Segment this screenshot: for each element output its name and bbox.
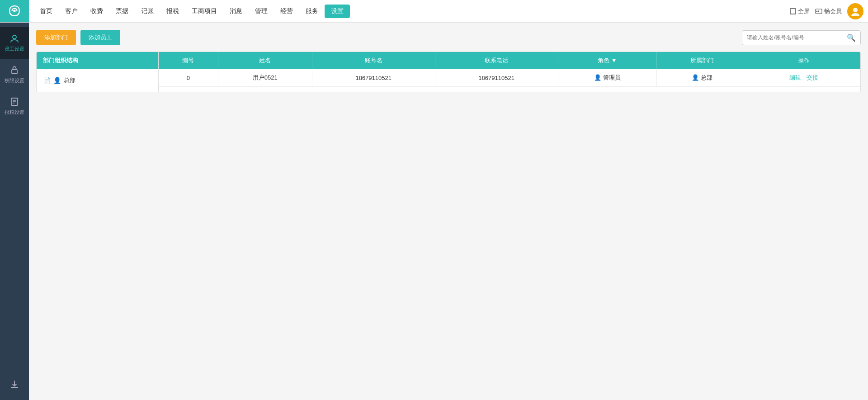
- nav-item-消息[interactable]: 消息: [223, 5, 249, 18]
- nav-item-管理[interactable]: 管理: [249, 5, 274, 18]
- dept-tree-header: 部门组织结构: [37, 52, 158, 69]
- download-icon: [9, 379, 19, 389]
- search-box: 🔍: [742, 30, 861, 45]
- dept-tree: 部门组织结构 📄 👤 总部: [37, 52, 159, 92]
- nav-item-报税[interactable]: 报税: [160, 5, 185, 18]
- table-row: 0用户05211867911052118679110521👤管理员👤总部编辑 交…: [159, 69, 860, 87]
- top-nav-right: 全屏 畅会员: [790, 3, 863, 19]
- sidebar-item-employee[interactable]: 员工设置: [0, 27, 29, 59]
- action-编辑[interactable]: 编辑: [789, 74, 801, 81]
- dept-tree-item[interactable]: 📄 👤 总部: [43, 74, 152, 87]
- logo: [0, 0, 29, 23]
- dept-user-icon: 👤: [53, 77, 61, 84]
- dept-tree-body: 📄 👤 总部: [37, 69, 158, 92]
- col-dept: 所属部门: [657, 52, 747, 69]
- nav-item-客户[interactable]: 客户: [59, 5, 84, 18]
- nav-item-设置[interactable]: 设置: [325, 5, 350, 18]
- svg-rect-7: [12, 70, 17, 74]
- toolbar: 添加部门 添加员工 🔍: [36, 30, 861, 45]
- col-id: 编号: [159, 52, 218, 69]
- dept-name: 总部: [64, 76, 75, 85]
- dept-user-icon: 👤: [692, 74, 699, 81]
- top-navigation: 首页客户收费票据记账报税工商项目消息管理经营服务设置: [29, 5, 790, 18]
- emp-table-wrap: 编号 姓名 账号名 联系电话 角色 ▼ 所属部门 操作 0用户052118679…: [159, 52, 860, 92]
- col-action: 操作: [747, 52, 860, 69]
- avatar-icon: [849, 5, 861, 17]
- sidebar-item-tax-label: 报税设置: [5, 109, 24, 116]
- svg-point-3: [816, 10, 818, 12]
- col-phone: 联系电话: [435, 52, 558, 69]
- action-交接[interactable]: 交接: [807, 74, 818, 81]
- nav-item-首页[interactable]: 首页: [33, 5, 59, 18]
- cell-phone: 18679110521: [435, 69, 558, 87]
- sidebar-download-item[interactable]: [8, 373, 21, 395]
- add-emp-button[interactable]: 添加员工: [80, 30, 120, 45]
- nav-item-票据[interactable]: 票据: [109, 5, 135, 18]
- svg-point-6: [13, 35, 16, 39]
- logo-icon: [6, 3, 23, 19]
- col-name: 姓名: [218, 52, 312, 69]
- sidebar-item-tax[interactable]: 报税设置: [0, 90, 29, 122]
- svg-point-5: [853, 8, 858, 12]
- sidebar: 员工设置 权限设置: [0, 23, 29, 400]
- search-button[interactable]: 🔍: [842, 31, 860, 45]
- nav-item-收费[interactable]: 收费: [84, 5, 109, 18]
- sidebar-item-employee-label: 员工设置: [5, 46, 24, 52]
- vip-icon: [815, 8, 822, 14]
- main-content: 添加部门 添加员工 🔍 部门组织结构 📄 👤 总部: [29, 23, 868, 400]
- svg-point-0: [13, 9, 15, 12]
- file-icon: 📄: [43, 77, 51, 84]
- nav-item-记账[interactable]: 记账: [135, 5, 160, 18]
- svg-rect-4: [818, 10, 819, 12]
- table-header-row: 编号 姓名 账号名 联系电话 角色 ▼ 所属部门 操作: [159, 52, 860, 69]
- cell-dept: 👤总部: [657, 69, 747, 87]
- cell-account: 18679110521: [312, 69, 435, 87]
- cell-role: 👤管理员: [558, 69, 657, 87]
- nav-item-服务[interactable]: 服务: [299, 5, 325, 18]
- person-icon: [9, 33, 19, 43]
- vip-button[interactable]: 畅会员: [815, 7, 842, 15]
- employee-table: 编号 姓名 账号名 联系电话 角色 ▼ 所属部门 操作 0用户052118679…: [159, 52, 860, 87]
- emp-table-body: 0用户05211867911052118679110521👤管理员👤总部编辑 交…: [159, 69, 860, 87]
- cell-id: 0: [159, 69, 218, 87]
- fullscreen-label: 全屏: [798, 7, 810, 15]
- col-account: 账号名: [312, 52, 435, 69]
- nav-item-工商项目[interactable]: 工商项目: [185, 5, 223, 18]
- vip-label: 畅会员: [824, 7, 842, 15]
- table-container: 部门组织结构 📄 👤 总部 编号: [36, 52, 861, 92]
- svg-rect-1: [790, 9, 796, 14]
- nav-item-经营[interactable]: 经营: [274, 5, 299, 18]
- report-icon: [9, 97, 19, 107]
- lock-icon: [9, 65, 19, 75]
- add-dept-button[interactable]: 添加部门: [36, 30, 76, 45]
- sidebar-item-permissions-label: 权限设置: [5, 77, 24, 84]
- cell-actions: 编辑 交接: [747, 69, 860, 87]
- avatar[interactable]: [847, 3, 863, 19]
- sidebar-item-permissions[interactable]: 权限设置: [0, 59, 29, 90]
- cell-name: 用户0521: [218, 69, 312, 87]
- col-role[interactable]: 角色 ▼: [558, 52, 657, 69]
- fullscreen-button[interactable]: 全屏: [790, 7, 810, 15]
- role-user-icon: 👤: [594, 74, 601, 81]
- search-input[interactable]: [742, 32, 842, 43]
- fullscreen-icon: [790, 8, 796, 14]
